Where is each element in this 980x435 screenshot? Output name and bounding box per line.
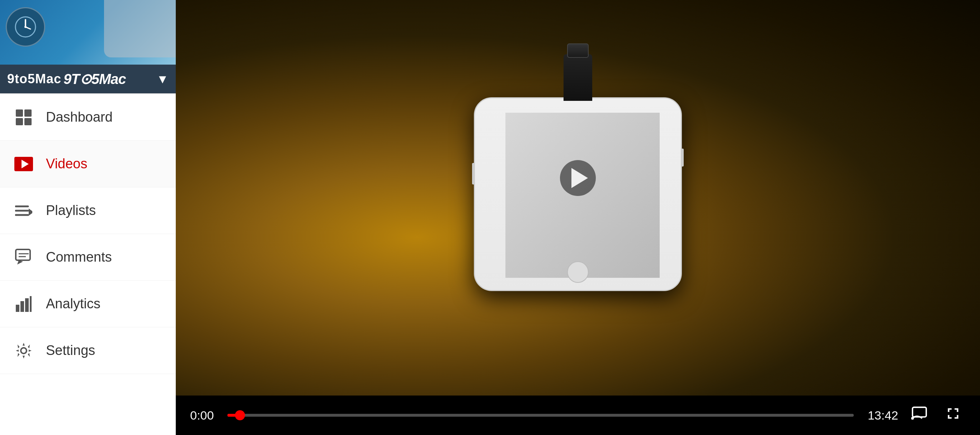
play-triangle-icon (571, 168, 588, 188)
svg-point-22 (21, 348, 27, 354)
svg-rect-28 (913, 407, 926, 417)
svg-rect-6 (16, 118, 23, 125)
channel-art (0, 0, 176, 65)
sidebar-item-analytics[interactable]: Analytics (0, 280, 176, 327)
analytics-label: Analytics (46, 296, 100, 312)
phone-side-button (472, 163, 475, 185)
videos-label: Videos (46, 156, 88, 172)
sidebar-item-videos[interactable]: Videos (0, 141, 176, 187)
svg-rect-14 (16, 249, 30, 260)
channel-name-display: 9to5Mac 9T⊙5Mac (7, 71, 152, 87)
video-area: ← ✎ (176, 0, 980, 435)
playlists-label: Playlists (46, 203, 96, 218)
video-bottom-controls: 0:00 13:42 (176, 395, 980, 435)
sidebar-item-playlists[interactable]: Playlists (0, 187, 176, 234)
video-content-phone (467, 97, 689, 298)
analytics-icon (14, 295, 33, 313)
brand-logo-text: 9T⊙5Mac (64, 71, 126, 87)
channel-name-text: 9to5Mac (7, 72, 61, 86)
cast-icon (910, 405, 928, 422)
dashboard-icon (14, 108, 33, 127)
video-background (176, 0, 980, 395)
video-player[interactable] (176, 0, 980, 395)
svg-rect-21 (30, 296, 32, 312)
comments-icon (14, 248, 33, 267)
settings-icon (14, 341, 33, 360)
comments-label: Comments (46, 249, 112, 265)
phone-power-button (681, 148, 684, 167)
camera-knob (567, 43, 589, 58)
fullscreen-icon (944, 405, 962, 422)
clock-icon (15, 16, 36, 38)
sidebar-item-settings[interactable]: Settings (0, 327, 176, 374)
camera-mount (563, 54, 592, 101)
svg-rect-18 (16, 305, 19, 312)
svg-rect-19 (21, 301, 24, 312)
settings-label: Settings (46, 343, 95, 358)
sidebar-item-comments[interactable]: Comments (0, 234, 176, 280)
svg-rect-20 (25, 298, 29, 312)
channel-logo-clock (6, 7, 45, 47)
svg-marker-13 (29, 209, 32, 216)
video-progress-bar[interactable] (228, 414, 854, 417)
sidebar: 9to5Mac 9T⊙5Mac ▼ Dashboard (0, 0, 176, 435)
playlists-icon (14, 201, 33, 220)
svg-rect-7 (24, 118, 32, 125)
video-progress-dot[interactable] (235, 410, 245, 420)
phone-home-button (567, 261, 589, 283)
svg-rect-4 (16, 110, 23, 116)
svg-point-3 (24, 26, 27, 28)
videos-icon (14, 155, 33, 174)
dashboard-label: Dashboard (46, 110, 113, 125)
cast-button[interactable] (907, 405, 932, 425)
channel-dropdown-arrow[interactable]: ▼ (156, 72, 169, 86)
nav-list: Dashboard Videos Playlists (0, 94, 176, 435)
svg-point-29 (911, 417, 914, 420)
video-total-time: 13:42 (862, 408, 898, 422)
channel-name-bar: 9to5Mac 9T⊙5Mac ▼ (0, 65, 176, 93)
video-current-time: 0:00 (190, 408, 219, 422)
play-button[interactable] (560, 160, 596, 196)
sidebar-item-dashboard[interactable]: Dashboard (0, 94, 176, 141)
svg-rect-5 (24, 110, 32, 116)
fullscreen-button[interactable] (940, 405, 966, 426)
channel-art-decoration (104, 0, 176, 57)
